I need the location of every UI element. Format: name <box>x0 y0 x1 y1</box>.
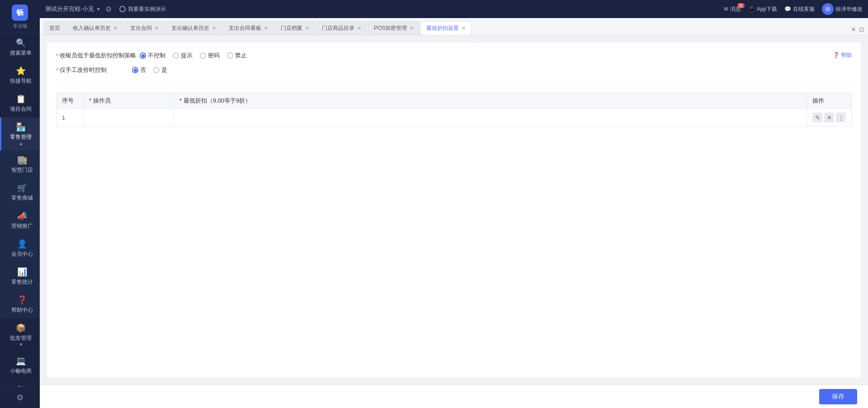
tab-payment-confirm[interactable]: 支出确认单历史 ✕ <box>165 21 222 35</box>
table-row: 1 ✎ ✕ ⋮ <box>57 109 852 127</box>
manual-yes[interactable]: 是 <box>153 66 167 74</box>
maximize-tab-icon[interactable]: ⊡ <box>859 26 864 33</box>
app-download-label: App下载 <box>757 5 777 13</box>
sidebar-item-ecommerce-label: 小畅电商 <box>10 367 32 375</box>
user-icon: 👤 <box>17 239 27 249</box>
help-link[interactable]: ❓ 帮助 <box>833 52 852 59</box>
star-icon: ⭐ <box>16 66 26 76</box>
tab-store-archive-close[interactable]: ✕ <box>305 25 309 31</box>
radio-no-control-input[interactable] <box>140 52 146 59</box>
sidebar-item-search[interactable]: 🔍 搜索菜单 <box>0 33 40 61</box>
main-wrap: 测试分开完程-小见 ▼ ⚙ 我要看实例演示 ✉ 消息 9 📱 App下载 💬 在… <box>40 0 868 408</box>
tab-income-confirm[interactable]: 收入确认单历史 ✕ <box>67 21 123 35</box>
demo-link[interactable]: 我要看实例演示 <box>119 5 166 13</box>
sidebar-item-retail-mgmt[interactable]: 🏪 零售管理 ▲ <box>0 117 40 150</box>
sidebar-item-help-center[interactable]: ❓ 帮助中心 <box>0 291 40 319</box>
policy-password[interactable]: 密码 <box>200 52 220 60</box>
col-header-operator: * 操作员 <box>84 93 174 109</box>
store-building-icon: 🏬 <box>17 155 27 165</box>
tab-payment-confirm-close[interactable]: ✕ <box>212 25 216 31</box>
project-name: 测试分开完程-小见 <box>45 5 94 13</box>
sidebar-item-ecommerce[interactable]: 💻 小畅电商 <box>0 352 40 380</box>
question-icon: ❓ <box>17 295 27 305</box>
settings-button[interactable]: ⚙ <box>16 393 24 403</box>
avatar: 徐 <box>822 3 834 15</box>
user-profile-button[interactable]: 徐 徐泽华修改 <box>822 3 863 15</box>
radio-manual-yes-input[interactable] <box>153 67 160 73</box>
tab-pos-password-close[interactable]: ✕ <box>410 25 414 31</box>
radio-manual-no-label: 否 <box>140 66 146 74</box>
policy-remind[interactable]: 提示 <box>173 52 193 60</box>
sidebar-item-help-label: 帮助中心 <box>11 306 33 314</box>
tab-store-archive[interactable]: 门店档案 ✕ <box>275 21 315 35</box>
clipboard-icon: 📋 <box>16 94 26 104</box>
service-icon: 💬 <box>784 6 791 12</box>
message-button[interactable]: ✉ 消息 9 <box>724 5 741 13</box>
page-card: ❓ 帮助 * 收银员低于最低折扣控制策略 不控制 提示 <box>47 42 861 377</box>
online-service-label: 在线客服 <box>793 5 815 13</box>
sidebar-item-retail-label: 零售管理 <box>10 133 32 141</box>
tabs-bar-actions: ✕ ⊡ <box>851 26 864 35</box>
manual-no[interactable]: 否 <box>132 66 146 74</box>
required-star-policy: * <box>56 52 58 59</box>
online-service-button[interactable]: 💬 在线客服 <box>784 5 815 13</box>
bottom-bar: 保存 <box>40 385 868 408</box>
topbar: 测试分开完程-小见 ▼ ⚙ 我要看实例演示 ✉ 消息 9 📱 App下载 💬 在… <box>40 0 868 18</box>
cell-discount <box>174 109 807 127</box>
app-logo-icon: 畅 <box>12 5 28 21</box>
policy-forbid[interactable]: 禁止 <box>227 52 247 60</box>
radio-forbid-input[interactable] <box>227 52 233 59</box>
sidebar-item-shortcut-label: 快捷导航 <box>10 77 32 85</box>
tab-store-products[interactable]: 门店商品目录 ✕ <box>316 21 367 35</box>
sidebar-item-smart-store[interactable]: 🏬 智慧门店 <box>0 150 40 178</box>
topbar-separator <box>115 5 116 13</box>
sidebar-item-smart-store-label: 智慧门店 <box>11 166 33 174</box>
sidebar-item-purchase-mgmt[interactable]: 🛍 采购管理 <box>0 380 40 387</box>
edit-row-button[interactable]: ✎ <box>812 113 822 122</box>
tab-home-label: 首页 <box>49 24 60 32</box>
radio-manual-no-input[interactable] <box>132 67 138 73</box>
package-icon: 📦 <box>16 323 26 333</box>
tab-payment-board-close[interactable]: ✕ <box>264 25 268 31</box>
close-tab-icon[interactable]: ✕ <box>851 26 856 33</box>
topbar-settings-icon[interactable]: ⚙ <box>105 5 112 14</box>
policy-form-row: * 收银员低于最低折扣控制策略 不控制 提示 <box>56 52 852 60</box>
radio-remind-input[interactable] <box>173 52 179 59</box>
tab-store-products-close[interactable]: ✕ <box>357 25 361 31</box>
sidebar-item-marketing[interactable]: 📣 营销推广 <box>0 206 40 234</box>
tab-pos-password[interactable]: POS加密管理 ✕ <box>368 21 420 35</box>
sidebar-item-retail-mall[interactable]: 🛒 零售商城 <box>0 178 40 206</box>
project-selector[interactable]: 测试分开完程-小见 ▼ <box>45 5 101 13</box>
tab-payment-board[interactable]: 支出合同看板 ✕ <box>223 21 274 35</box>
radio-manual-yes-label: 是 <box>161 66 167 74</box>
message-icon: ✉ <box>724 6 728 12</box>
col-header-discount: * 最低折扣（9.00等于9折） <box>174 93 807 109</box>
policy-label: * 收银员低于最低折扣控制策略 <box>56 52 136 60</box>
app-version-label: 专业版 <box>13 23 28 29</box>
sidebar-item-project-contract[interactable]: 📋 项目合同 <box>0 89 40 117</box>
sidebar-item-batch-mgmt[interactable]: 📦 批发管理 ▼ <box>0 319 40 352</box>
sidebar-item-retail-stats[interactable]: 📊 零售统计 <box>0 263 40 291</box>
radio-remind-label: 提示 <box>181 52 193 60</box>
app-download-button[interactable]: 📱 App下载 <box>748 5 777 13</box>
sidebar-item-member-label: 会员中心 <box>11 250 33 258</box>
sidebar-item-shortcut[interactable]: ⭐ 快捷导航 <box>0 61 40 89</box>
required-star-manual: * <box>56 67 58 74</box>
tab-home[interactable]: 首页 <box>43 21 66 35</box>
delete-row-button[interactable]: ✕ <box>824 113 834 122</box>
tab-income-confirm-close[interactable]: ✕ <box>113 25 118 31</box>
sidebar-menu: 🔍 搜索菜单 ⭐ 快捷导航 📋 项目合同 🏪 零售管理 ▲ 🏬 智慧门店 🛒 零… <box>0 33 40 387</box>
tab-payment-contract-close[interactable]: ✕ <box>155 25 159 31</box>
chevron-up-icon: ▲ <box>19 141 24 146</box>
sidebar-item-project-label: 项目合同 <box>10 105 32 113</box>
save-button[interactable]: 保存 <box>819 389 857 404</box>
tab-payment-contract[interactable]: 支出合同 ✕ <box>124 21 165 35</box>
discount-table: 序号 * 操作员 * 最低折扣（9.00等于9折） 操作 1 ✎ <box>56 93 852 127</box>
sidebar-item-member-center[interactable]: 👤 会员中心 <box>0 234 40 263</box>
tab-min-discount-close[interactable]: ✕ <box>462 25 466 31</box>
radio-password-input[interactable] <box>200 52 206 59</box>
drag-row-handle[interactable]: ⋮ <box>836 113 846 122</box>
tab-min-discount[interactable]: 最低折扣设置 ✕ <box>420 21 472 35</box>
demo-dot-icon <box>119 6 126 12</box>
policy-no-control[interactable]: 不控制 <box>140 52 165 60</box>
